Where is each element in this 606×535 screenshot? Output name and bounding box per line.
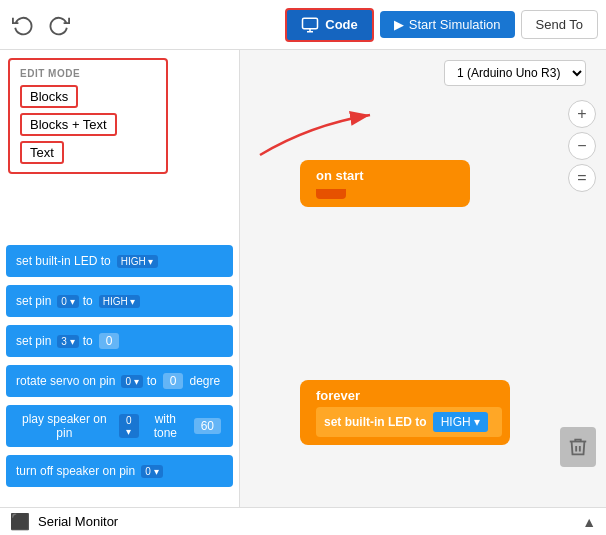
play-icon: ▶ <box>394 17 404 32</box>
forever-block[interactable]: forever set built-in LED to HIGH ▾ <box>300 380 510 445</box>
set-pin-0-block[interactable]: set pin 0 ▾ to HIGH ▾ <box>6 285 233 317</box>
arrow-annotation <box>250 105 380 168</box>
play-speaker-block[interactable]: play speaker on pin 0 ▾ with tone 60 <box>6 405 233 447</box>
device-selector: 1 (Arduino Uno R3) <box>444 60 586 86</box>
canvas-area: 1 (Arduino Uno R3) on start forever <box>240 50 606 507</box>
edit-mode-popup: EDIT MODE Blocks Blocks + Text Text <box>8 58 168 174</box>
zoom-reset-button[interactable]: = <box>568 164 596 192</box>
main-area: EDIT MODE Blocks Blocks + Text Text set … <box>0 50 606 507</box>
set-builtin-led-block[interactable]: set built-in LED to HIGH ▾ <box>6 245 233 277</box>
trash-icon[interactable] <box>560 427 596 467</box>
block-notch <box>316 189 346 199</box>
set-pin-3-block[interactable]: set pin 3 ▾ to 0 <box>6 325 233 357</box>
zoom-in-button[interactable]: + <box>568 100 596 128</box>
serial-monitor-icon: ⬛ <box>10 512 30 531</box>
left-panel: EDIT MODE Blocks Blocks + Text Text set … <box>0 50 240 507</box>
toolbar: Code ▶ Start Simulation Send To <box>0 0 606 50</box>
pin0-dropdown[interactable]: 0 ▾ <box>57 295 78 308</box>
code-button[interactable]: Code <box>285 8 374 42</box>
edit-mode-blocks[interactable]: Blocks <box>20 85 78 108</box>
redo-button[interactable] <box>44 10 74 40</box>
serial-monitor-label: Serial Monitor <box>38 514 118 529</box>
send-to-button[interactable]: Send To <box>521 10 598 39</box>
servo-value: 0 <box>163 373 184 389</box>
speaker-off-pin-dropdown[interactable]: 0 ▾ <box>141 465 162 478</box>
pin3-value: 0 <box>99 333 120 349</box>
zoom-controls: + − = <box>568 100 596 192</box>
pin0-value-dropdown[interactable]: HIGH ▾ <box>99 295 140 308</box>
forever-label: forever <box>300 380 510 407</box>
rotate-servo-block[interactable]: rotate servo on pin 0 ▾ to 0 degre <box>6 365 233 397</box>
edit-mode-text[interactable]: Text <box>20 141 64 164</box>
zoom-out-button[interactable]: − <box>568 132 596 160</box>
led-high-dropdown[interactable]: HIGH ▾ <box>433 412 488 432</box>
undo-button[interactable] <box>8 10 38 40</box>
pin3-dropdown[interactable]: 3 ▾ <box>57 335 78 348</box>
forever-inner: set built-in LED to HIGH ▾ <box>316 407 502 437</box>
speaker-pin-dropdown[interactable]: 0 ▾ <box>119 414 139 438</box>
bottom-bar-collapse-button[interactable]: ▲ <box>582 514 596 530</box>
dropdown-chevron-icon: ▾ <box>474 415 480 429</box>
led-dropdown[interactable]: HIGH ▾ <box>117 255 158 268</box>
start-simulation-button[interactable]: ▶ Start Simulation <box>380 11 515 38</box>
svg-rect-0 <box>303 18 318 29</box>
servo-pin-dropdown[interactable]: 0 ▾ <box>121 375 142 388</box>
device-select[interactable]: 1 (Arduino Uno R3) <box>444 60 586 86</box>
bottom-bar: ⬛ Serial Monitor ▲ <box>0 507 606 535</box>
edit-mode-blocks-text[interactable]: Blocks + Text <box>20 113 117 136</box>
tone-value: 60 <box>194 418 221 434</box>
edit-mode-label: EDIT MODE <box>20 68 156 79</box>
turn-off-speaker-block[interactable]: turn off speaker on pin 0 ▾ <box>6 455 233 487</box>
